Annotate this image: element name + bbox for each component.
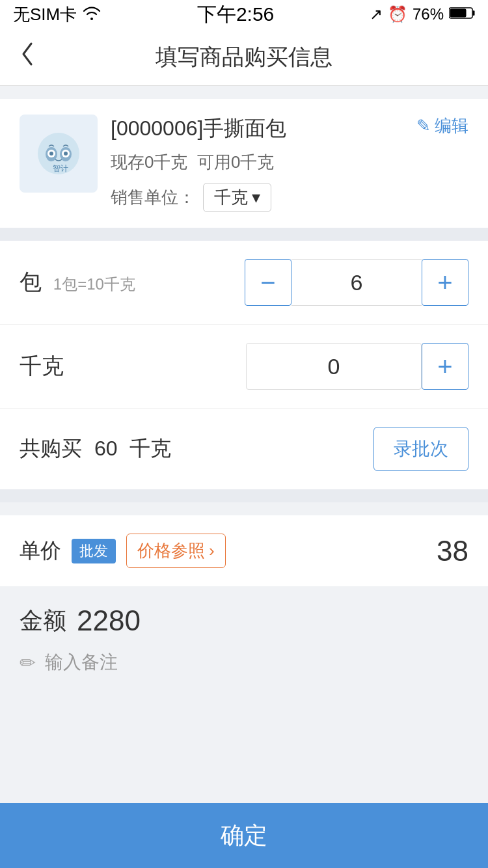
- svg-text:智计: 智计: [53, 164, 68, 173]
- confirm-button[interactable]: 确定: [0, 803, 488, 868]
- kg-plus-button[interactable]: +: [422, 343, 468, 390]
- page-title: 填写商品购买信息: [156, 42, 332, 72]
- pack-quantity-control: − +: [245, 259, 468, 306]
- unit-select[interactable]: 千克 ▾: [203, 183, 271, 212]
- amount-label: 金额: [20, 605, 66, 637]
- batch-button[interactable]: 录批次: [373, 427, 468, 471]
- product-stock: 现存0千克 可用0千克: [111, 151, 468, 174]
- status-right: ↗ ⏰ 76%: [370, 5, 475, 23]
- svg-rect-2: [450, 9, 466, 18]
- wifi-icon: [82, 5, 102, 25]
- total-text: 共购买 60 千克: [20, 435, 171, 463]
- back-button[interactable]: [20, 41, 35, 73]
- amount-row: 金额 2280: [20, 604, 468, 637]
- amount-value: 2280: [77, 604, 141, 637]
- status-bar: 无SIM卡 下午2:56 ↗ ⏰ 76%: [0, 0, 488, 29]
- carrier-text: 无SIM卡: [13, 3, 77, 26]
- price-section: 单价 批发 价格参照 › 38: [0, 515, 488, 586]
- amount-section: 金额 2280 ✏ 输入备注: [0, 586, 488, 681]
- pencil-icon: ✏: [20, 651, 36, 674]
- kg-quantity-row: 千克 +: [0, 325, 488, 409]
- price-left: 单价 批发 价格参照 ›: [20, 534, 226, 568]
- nav-bar: 填写商品购买信息: [0, 29, 488, 86]
- price-ref-icon: ›: [209, 541, 215, 561]
- pack-label: 包 1包=10千克: [20, 267, 135, 297]
- alarm-icon: ⏰: [388, 5, 407, 23]
- product-unit: 销售单位： 千克 ▾: [111, 183, 468, 212]
- kg-quantity-input[interactable]: [246, 343, 422, 390]
- product-image: 智计: [20, 115, 98, 193]
- location-icon: ↗: [370, 5, 383, 23]
- price-value: 38: [437, 535, 468, 567]
- product-name: [0000006]手撕面包: [111, 115, 468, 143]
- price-ref-button[interactable]: 价格参照 ›: [126, 534, 226, 568]
- remark-row[interactable]: ✏ 输入备注: [20, 650, 468, 675]
- pack-quantity-input[interactable]: [291, 259, 422, 306]
- price-label: 单价: [20, 537, 61, 565]
- battery-icon: [449, 5, 475, 23]
- remark-placeholder: 输入备注: [45, 650, 118, 675]
- price-batch-tag: 批发: [72, 539, 116, 563]
- total-row: 共购买 60 千克 录批次: [0, 409, 488, 489]
- pack-quantity-row: 包 1包=10千克 − +: [0, 241, 488, 325]
- edit-icon: ✎: [416, 116, 431, 136]
- status-left: 无SIM卡: [13, 3, 102, 26]
- section-divider-2: [0, 489, 488, 502]
- svg-point-9: [64, 152, 68, 156]
- pack-minus-button[interactable]: −: [245, 259, 291, 306]
- battery-text: 76%: [413, 5, 444, 23]
- pack-plus-button[interactable]: +: [422, 259, 468, 306]
- product-card: 智计 [0000006]手撕面包 现存0千克 可用0千克 销售单位： 千克 ▾ …: [0, 99, 488, 228]
- kg-label: 千克: [20, 351, 64, 381]
- status-time: 下午2:56: [197, 1, 274, 28]
- svg-rect-1: [472, 10, 474, 16]
- kg-quantity-control: +: [246, 343, 468, 390]
- section-divider-1: [0, 228, 488, 241]
- svg-point-8: [49, 152, 53, 156]
- product-info: [0000006]手撕面包 现存0千克 可用0千克 销售单位： 千克 ▾: [111, 115, 468, 212]
- edit-button[interactable]: ✎ 编辑: [416, 115, 468, 137]
